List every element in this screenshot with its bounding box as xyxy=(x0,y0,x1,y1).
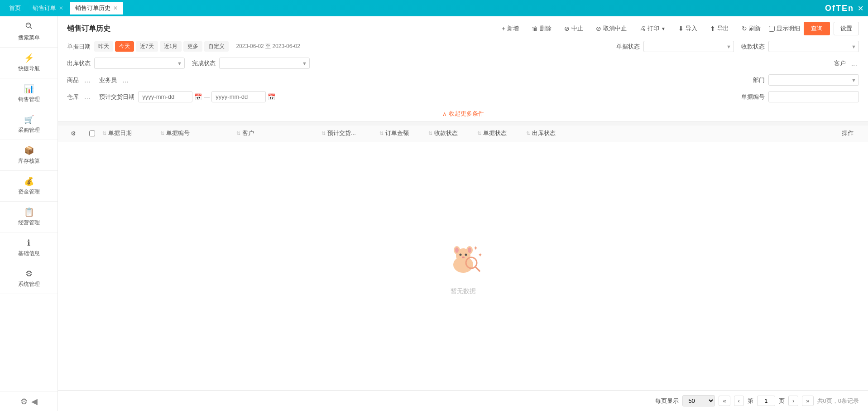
order-status-label: 单据状态 xyxy=(616,43,640,51)
page-number-input[interactable] xyxy=(757,396,775,406)
add-button[interactable]: + 新增 xyxy=(497,22,523,35)
sidebar-item-inventory[interactable]: 📦 库存核算 xyxy=(0,140,58,171)
sidebar-item-quick-nav[interactable]: ⚡ 快捷导航 xyxy=(0,48,58,78)
display-toggle-label: 显示明细 xyxy=(777,24,800,33)
chip-today[interactable]: 今天 xyxy=(115,41,134,52)
svg-line-1 xyxy=(30,27,32,29)
delete-button[interactable]: 🗑 删除 xyxy=(527,22,556,35)
next-page-button[interactable]: › xyxy=(788,396,798,406)
col-pay-status-label: 收款状态 xyxy=(434,129,458,137)
sort-amount-icon: ⇅ xyxy=(379,131,384,136)
order-status-select[interactable] xyxy=(643,41,734,52)
sidebar-bottom: ⚙ ◀ xyxy=(0,392,58,411)
complete-status-label: 完成状态 xyxy=(192,59,216,68)
tab-home[interactable]: 首页 xyxy=(4,2,26,15)
chip-last7[interactable]: 近7天 xyxy=(136,41,158,52)
warehouse-dots[interactable]: ... xyxy=(82,93,92,101)
export-label: 导出 xyxy=(717,24,729,33)
out-status-select[interactable] xyxy=(94,58,185,69)
calendar-end-icon[interactable]: 📅 xyxy=(268,93,275,101)
complete-status-select[interactable] xyxy=(219,58,310,69)
order-number-label: 单据编号 xyxy=(741,93,765,101)
col-delivery[interactable]: ⇅ 预计交货... xyxy=(321,129,376,137)
col-pay-status[interactable]: ⇅ 收款状态 xyxy=(428,129,474,137)
search-menu-icon xyxy=(25,22,33,32)
delivery-date-end[interactable] xyxy=(211,91,266,102)
product-dots[interactable]: ... xyxy=(82,76,92,84)
sidebar-item-purchase-mgmt[interactable]: 🛒 采购管理 xyxy=(0,109,58,140)
stop-button[interactable]: ⊘ 中止 xyxy=(560,22,588,35)
refresh-button[interactable]: ↻ 刷新 xyxy=(737,22,765,35)
col-settings[interactable]: ⚙ xyxy=(65,130,82,137)
col-check[interactable] xyxy=(85,131,99,136)
page-size-select[interactable]: 50 10 20 100 xyxy=(682,395,715,406)
calendar-start-icon[interactable]: 📅 xyxy=(194,93,202,101)
department-select[interactable] xyxy=(768,74,859,86)
settings-button[interactable]: 设置 xyxy=(834,22,859,35)
payment-status-select[interactable] xyxy=(768,41,859,52)
chip-yesterday[interactable]: 昨天 xyxy=(94,41,113,52)
collapse-sidebar-icon[interactable]: ◀ xyxy=(31,396,38,406)
display-toggle: 显示明细 xyxy=(769,24,800,33)
last-page-button[interactable]: » xyxy=(802,396,813,406)
sidebar-item-system-mgmt[interactable]: ⚙ 系统管理 xyxy=(0,263,58,294)
tab-sales-order-close[interactable]: ✕ xyxy=(59,5,63,11)
first-page-button[interactable]: « xyxy=(719,396,730,406)
import-button[interactable]: ⬇ 导入 xyxy=(674,22,702,35)
col-amount[interactable]: ⇅ 订单金额 xyxy=(379,129,425,137)
chip-custom[interactable]: 自定义 xyxy=(204,41,229,52)
total-info: 共0页，0条记录 xyxy=(817,397,859,405)
settings-bottom-icon[interactable]: ⚙ xyxy=(20,396,28,406)
tab-sales-order-history[interactable]: 销售订单历史 ✕ xyxy=(70,2,123,15)
display-toggle-checkbox[interactable] xyxy=(769,26,775,32)
window-close-icon[interactable]: ✕ xyxy=(858,4,863,13)
delivery-date-start[interactable] xyxy=(138,91,192,102)
salesperson-dots[interactable]: ... xyxy=(120,76,130,84)
cancel-stop-button[interactable]: ⊘ 取消中止 xyxy=(591,22,631,35)
stop-label: 中止 xyxy=(571,24,583,33)
empty-text: 暂无数据 xyxy=(451,287,476,295)
sidebar-item-basic-info[interactable]: ℹ 基础信息 xyxy=(0,232,58,263)
col-customer[interactable]: ⇅ 客户 xyxy=(236,129,318,137)
collapse-bar[interactable]: ∧ 收起更多条件 xyxy=(67,108,859,121)
col-date[interactable]: ⇅ 单据日期 xyxy=(102,129,157,137)
page-size-wrapper: 50 10 20 100 xyxy=(682,395,715,406)
sidebar-item-business-mgmt-label: 经营管理 xyxy=(18,219,40,227)
refresh-label: 刷新 xyxy=(749,24,761,33)
chip-last-month[interactable]: 近1月 xyxy=(160,41,182,52)
col-out-status[interactable]: ⇅ 出库状态 xyxy=(526,129,571,137)
export-button[interactable]: ⬆ 导出 xyxy=(705,22,734,35)
query-button[interactable]: 查询 xyxy=(804,22,830,35)
sidebar-item-sales-mgmt-label: 销售管理 xyxy=(18,96,40,103)
out-status-select-wrapper: ▼ xyxy=(94,58,185,69)
check-all[interactable] xyxy=(89,131,95,136)
purchase-mgmt-icon: 🛒 xyxy=(24,115,34,125)
sort-pay-status-icon: ⇅ xyxy=(428,131,432,136)
svg-point-10 xyxy=(465,253,467,256)
system-mgmt-icon: ⚙ xyxy=(25,269,33,279)
print-button[interactable]: 🖨 打印 ▼ xyxy=(635,22,670,35)
sidebar-item-finance-mgmt[interactable]: 💰 资金管理 xyxy=(0,171,58,202)
tab-sales-order[interactable]: 销售订单 ✕ xyxy=(27,2,69,15)
sidebar-item-search-menu[interactable]: 搜索菜单 xyxy=(0,16,58,48)
filter-out-status: 出库状态 ▼ xyxy=(67,58,185,69)
page-size-label: 每页显示 xyxy=(655,397,679,405)
tab-sales-order-history-close[interactable]: ✕ xyxy=(113,5,118,11)
col-order-status-label: 单据状态 xyxy=(483,129,507,137)
sidebar-item-sales-mgmt[interactable]: 📊 销售管理 xyxy=(0,78,58,109)
col-order-status[interactable]: ⇅ 单据状态 xyxy=(477,129,523,137)
delete-icon: 🗑 xyxy=(532,25,538,32)
order-number-input[interactable] xyxy=(768,91,859,102)
import-label: 导入 xyxy=(686,24,697,33)
customer-dots[interactable]: ... xyxy=(849,59,859,68)
filter-date: 单据日期 昨天 今天 近7天 近1月 更多 自定义 xyxy=(67,41,229,52)
col-number[interactable]: ⇅ 单据编号 xyxy=(160,129,233,137)
delivery-date-group: 📅 — 📅 xyxy=(138,91,275,102)
col-out-status-label: 出库状态 xyxy=(532,129,556,137)
sidebar-item-business-mgmt[interactable]: 📋 经营管理 xyxy=(0,202,58,232)
inventory-icon: 📦 xyxy=(24,145,34,155)
chip-more[interactable]: 更多 xyxy=(183,41,202,52)
prev-page-button[interactable]: ‹ xyxy=(734,396,744,406)
tab-home-label: 首页 xyxy=(9,4,21,12)
page-header: 销售订单历史 + 新增 🗑 删除 ⊘ 中止 ⊘ xyxy=(58,16,868,122)
